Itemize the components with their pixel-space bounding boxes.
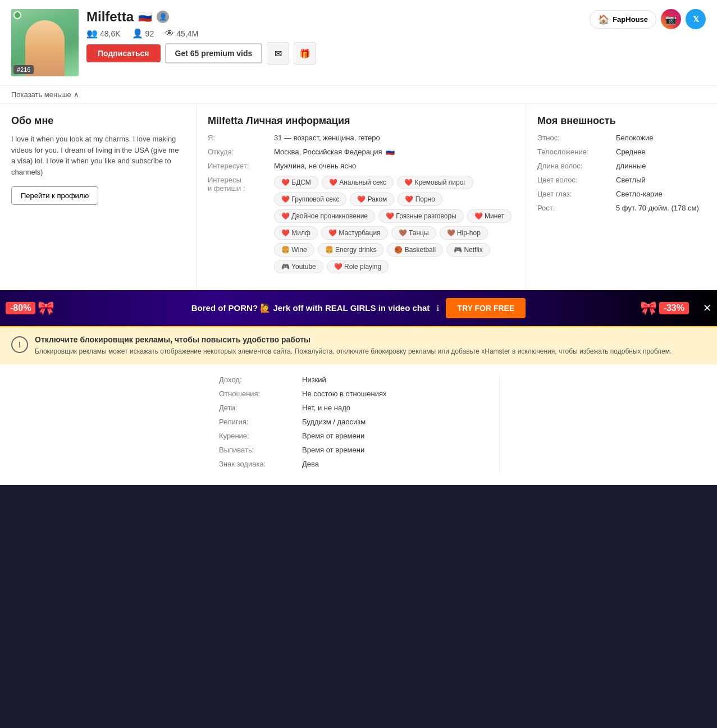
premium-button[interactable]: Get 65 premium vids [165,43,263,63]
tag-creampie: ❤️ Кремовый пирог [397,176,473,189]
subscribe-button[interactable]: Подписаться [86,44,161,62]
try-free-button[interactable]: TRY FOR FREE [446,298,526,318]
label-religion: Религия: [219,418,298,426]
label-fetishes: Интересыи фетиши : [208,176,270,193]
label-from: Откуда: [208,148,270,156]
ad-left-percent: -80% 🎀 [6,300,54,316]
tag-dance: 🤎 Танцы [391,226,436,240]
views-icon: 👁 [165,29,174,39]
value-religion: Буддизм / даосизм [302,418,366,426]
tag-anal: ❤️ Анальный секс [322,176,394,189]
russia-flag-icon: 🇷🇺 [386,148,395,156]
value-hair-color: Светлый [616,176,646,184]
label-eyes: Цвет глаз: [537,190,616,198]
tag-double: ❤️ Двойное проникновение [274,209,375,223]
adblock-notice: ! Отключите блокировщик рекламы, чтобы п… [0,326,717,364]
tags-container-wrapper: ❤️ БДСМ ❤️ Анальный секс ❤️ Кремовый пир… [274,176,514,273]
twitter-button[interactable]: 𝕏 [686,9,706,29]
ad-text: Bored of PORN? 🙋 Jerk off with REAL GIRL… [191,303,430,313]
label-interest: Интересует: [208,162,270,170]
gift-button[interactable]: 🎁 [294,42,316,65]
value-ya: 31 — возраст, женщина, гетеро [274,134,380,142]
faphouse-icon: 🏠 [598,14,609,25]
value-hair-length: длинные [616,162,646,170]
more-info-section: Доход: Низкий Отношения: Не состою в отн… [0,364,717,485]
tag-doggy: ❤️ Раком [350,193,394,206]
tag-group: ❤️ Групповой секс [274,193,346,206]
info-drinking: Выпивать: Время от времени [219,446,488,454]
ad-close-button[interactable]: ✕ [703,302,711,314]
tag-youtube: 🎮 Youtube [274,260,323,273]
info-row-interest: Интересует: Мужчина, не очень ясно [208,162,514,170]
tag-bdsm: ❤️ БДСМ [274,176,318,189]
ad-info-icon[interactable]: ℹ [436,304,439,313]
following-stat: 👤 92 [132,28,154,39]
info-relationship: Отношения: Не состою в отношениях [219,390,488,398]
personal-info-title: Milfetta Личная информация [208,115,514,127]
interests-tags: ❤️ БДСМ ❤️ Анальный секс ❤️ Кремовый пир… [274,176,514,273]
stats-row: 👥 48,6K 👤 92 👁 45,4M [86,28,316,39]
message-button[interactable]: ✉ [267,42,289,65]
info-row-from: Откуда: Москва, Российская Федерация 🇷🇺 [208,148,514,156]
followers-count: 48,6K [100,29,121,38]
label-income: Доход: [219,376,298,384]
value-smoking: Время от времени [302,432,364,440]
show-less-label: Показать меньше [11,90,71,99]
value-interest: Мужчина, не очень ясно [274,162,356,170]
faphouse-button[interactable]: 🏠 FapHouse [590,10,656,29]
gift-icon: 🎁 [299,48,310,59]
value-relationship: Не состою в отношениях [302,390,386,398]
profile-header: #216 Milfetta 🇷🇺 👤 👥 48,6K 👤 [0,0,717,86]
appear-ethnicity: Этнос: Белокожие [537,134,706,142]
appear-hair-color: Цвет волос: Светлый [537,176,706,184]
show-less-bar[interactable]: Показать меньше ∧ [0,86,717,104]
label-relationship: Отношения: [219,390,298,398]
label-drinking: Выпивать: [219,446,298,454]
label-hair-length: Длина волос: [537,162,616,170]
followers-icon: 👥 [86,28,98,39]
tag-energy: 🍔 Energy drinks [318,243,384,257]
following-icon: 👤 [132,28,143,39]
label-height: Рост: [537,204,616,212]
views-stat: 👁 45,4M [165,29,198,39]
personal-section: Milfetta Личная информация Я: 31 — возра… [197,104,526,290]
user-type-icon: 👤 [157,11,169,23]
adblock-content: Отключите блокировщик рекламы, чтобы пов… [35,335,672,356]
views-count: 45,4M [176,29,198,38]
info-zodiac: Знак зодиака: Дева [219,460,488,468]
ad-right-percent: 🎀 -33% [640,300,689,316]
ad-percent-right: -33% [659,302,689,314]
value-drinking: Время от времени [302,446,364,454]
label-hair-color: Цвет волос: [537,176,616,184]
go-to-profile-button[interactable]: Перейти к профилю [11,186,98,205]
value-height: 5 фут. 70 дюйм. (178 см) [616,204,699,212]
main-content: Обо мне I love it when you look at my ch… [0,104,717,290]
followers-stat: 👥 48,6K [86,28,121,39]
adblock-warning-icon: ! [11,336,28,353]
value-ethnicity: Белокожие [616,134,653,142]
about-text: I love it when you look at my charms. I … [11,134,185,177]
online-indicator [13,11,21,19]
faphouse-label: FapHouse [613,15,648,24]
info-religion: Религия: Буддизм / даосизм [219,418,488,426]
label-ethnicity: Этнос: [537,134,616,142]
tag-milf: ❤️ Милф [274,226,318,240]
label-children: Дети: [219,404,298,412]
appearance-section: Моя внешность Этнос: Белокожие Телосложе… [526,104,717,290]
actions-row: Подписаться Get 65 premium vids ✉ 🎁 [86,42,316,65]
value-from: Москва, Российская Федерация 🇷🇺 [274,148,395,156]
info-children: Дети: Нет, и не надо [219,404,488,412]
value-children: Нет, и не надо [302,404,350,412]
value-eyes: Светло-карие [616,190,663,198]
tag-wine: 🍔 Wine [274,243,314,257]
appearance-title: Моя внешность [537,115,706,127]
more-personal-info: Доход: Низкий Отношения: Не состою в отн… [219,376,500,474]
label-ya: Я: [208,134,270,142]
label-zodiac: Знак зодиака: [219,460,298,468]
ad-banner: -80% 🎀 Bored of PORN? 🙋 Jerk off with RE… [0,290,717,326]
instagram-button[interactable]: 📷 [661,9,681,29]
tag-roleplaying: ❤️ Role playing [327,260,389,273]
appear-height: Рост: 5 фут. 70 дюйм. (178 см) [537,204,706,212]
adblock-title: Отключите блокировщик рекламы, чтобы пов… [35,335,672,344]
tag-netflix: 🎮 Netflix [446,243,490,257]
